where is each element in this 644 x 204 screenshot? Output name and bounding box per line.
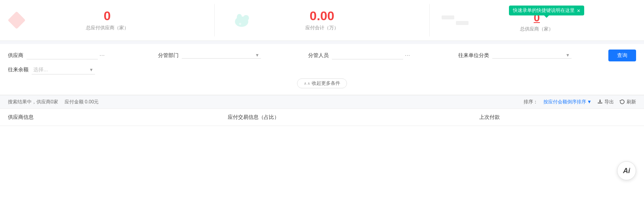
dept-arrow-icon: ▼ [255,53,259,57]
col-header-transaction: 应付交易信息（占比） [228,114,479,121]
unit-select[interactable]: ▼ [492,52,572,59]
person-filter-label: 分管人员 [308,52,329,59]
filter-supplier: 供应商 ··· [8,51,158,59]
unit-arrow-icon: ▼ [566,53,570,57]
ai-badge-label: Ai [623,167,630,175]
export-icon [597,99,603,105]
supplier-filter-label: 供应商 [8,52,23,59]
svg-marker-9 [599,101,601,102]
supplier-ellipsis[interactable]: ··· [98,52,106,59]
result-bar-right: 排序： 按应付会额倒序排序 ▼ 导出 刷新 [524,99,636,105]
sort-arrow-icon: ▼ [587,99,592,105]
sort-value-btn[interactable]: 按应付会额倒序排序 ▼ [543,99,592,105]
table-body [0,126,644,204]
total-suppliers-label: 总应付供应商（家） [86,25,129,31]
supplier-count-text: 搜索结果中，供应商0家 [8,99,58,105]
refresh-icon [619,99,625,105]
svg-point-4 [243,15,249,21]
filter-dept: 分管部门 ▼ [158,52,308,59]
collapse-label: 收起更多条件 [312,80,340,87]
tooltip-bubble: 快速录单的快捷键说明在这里 × [509,6,584,15]
filter-row-1: 供应商 ··· 分管部门 ▼ 分管人员 ··· 往来单位分类 ▼ [8,50,636,61]
pig-icon [231,9,253,31]
result-bar: 搜索结果中，供应商0家 应付金额 0.00元 排序： 按应付会额倒序排序 ▼ 导… [0,95,644,109]
balance-select-text: 选择... [33,66,89,73]
total-amount-value: 0.00 [310,9,334,23]
balance-select[interactable]: 选择... ▼ [32,65,95,74]
summary-bar: 0 总应付供应商（家） 0.00 应付合计（万） 快速录单的快捷键说明在这里 ×… [0,0,644,41]
total-amount-label: 应付合计（万） [305,25,339,31]
svg-point-6 [239,23,242,25]
diamond-icon [7,11,26,30]
export-label: 导出 [604,99,614,105]
table-header: 供应商信息 应付交易信息（占比） 上次付款 [0,109,644,126]
tooltip-close-btn[interactable]: × [577,8,580,13]
collapse-row: ∧ ∧ 收起更多条件 [8,78,636,88]
filter-area: 供应商 ··· 分管部门 ▼ 分管人员 ··· 往来单位分类 ▼ [0,44,644,95]
supplier-total-label: 总供应商（家） [520,26,553,32]
amount-text: 应付金额 0.00元 [65,99,99,105]
balance-arrow-icon: ▼ [89,67,93,72]
total-suppliers-value: 0 [104,9,111,23]
filter-row-2: 往来余额 选择... ▼ [8,65,636,74]
filter-person: 分管人员 ··· [308,51,458,59]
refresh-label: 刷新 [627,99,636,105]
collapse-btn[interactable]: ∧ ∧ 收起更多条件 [297,78,347,88]
summary-card-amount: 0.00 应付合计（万） [215,4,429,36]
supplier-input[interactable] [27,51,98,59]
filter-balance: 往来余额 选择... ▼ [8,65,636,74]
dept-filter-label: 分管部门 [158,52,179,59]
export-btn[interactable]: 导出 [597,99,614,105]
svg-rect-7 [598,103,602,103]
svg-point-5 [237,14,242,21]
sort-value-text: 按应付会额倒序排序 [543,99,586,105]
collapse-up-icon: ∧ ∧ [304,81,311,86]
col-header-lastpay: 上次付款 [479,114,636,121]
dept-select[interactable]: ▼ [182,52,261,59]
summary-card-total-suppliers: 快速录单的快捷键说明在这里 × 0 总供应商（家） [430,4,644,36]
person-ellipsis[interactable]: ··· [403,52,412,59]
person-input[interactable] [332,51,403,59]
tooltip-text: 快速录单的快捷键说明在这里 [513,7,575,14]
balance-filter-label: 往来余额 [8,66,29,73]
sort-label: 排序： [524,99,538,105]
summary-card-suppliers: 0 总应付供应商（家） [0,4,215,36]
refresh-btn[interactable]: 刷新 [619,99,636,105]
ai-badge[interactable]: Ai [617,161,636,180]
query-button[interactable]: 查询 [608,50,636,61]
filter-unit-category: 往来单位分类 ▼ [458,52,608,59]
col-header-supplier: 供应商信息 [8,114,228,121]
unit-filter-label: 往来单位分类 [458,52,489,59]
result-bar-left: 搜索结果中，供应商0家 应付金额 0.00元 [8,99,99,105]
